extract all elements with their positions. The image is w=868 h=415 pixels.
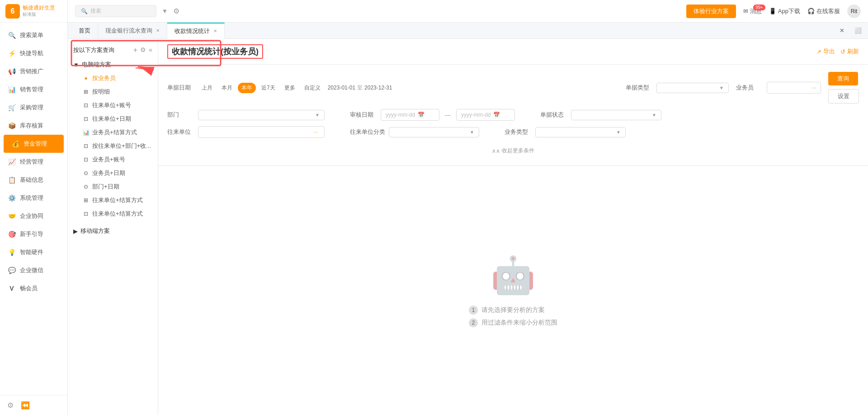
biz-type-select[interactable]: ▼ xyxy=(535,127,626,137)
review-end-input[interactable]: yyyy-mm-dd 📅 xyxy=(456,109,515,121)
partner-cat-chevron: ▼ xyxy=(470,130,474,135)
trial-button[interactable]: 体验行业方案 xyxy=(686,5,736,18)
member-icon: V xyxy=(7,284,16,293)
sidebar-item-operations[interactable]: 📈 经营管理 xyxy=(0,153,67,171)
sidebar-item-finance[interactable]: 💰 资金管理 xyxy=(4,135,64,153)
partner-category-select[interactable]: ▼ xyxy=(389,127,479,137)
mobile-group-title[interactable]: ▶ 移动端方案 xyxy=(68,224,158,238)
scheme-settings-icon[interactable]: ⚙ xyxy=(140,46,146,54)
scheme-item-salesman-date[interactable]: ⊙ 业务员+日期 xyxy=(68,166,158,180)
date-btn-more[interactable]: 更多 xyxy=(281,83,299,93)
date-btn-lastmonth[interactable]: 上月 xyxy=(198,83,216,93)
sidebar-item-search[interactable]: 🔍 搜索菜单 xyxy=(0,26,67,44)
partner-account-icon: ⊡ xyxy=(82,102,90,109)
topbar: 🔍 搜索 ▼ ⚙ 体验行业方案 ✉ 消息 99+ 📱 App下载 🎧 在线客服 … xyxy=(68,0,868,23)
scheme-item-partner-account[interactable]: ⊡ 往来单位+账号 xyxy=(68,99,158,112)
dept-select[interactable]: ▼ xyxy=(198,110,325,120)
tab-home[interactable]: 首页 xyxy=(71,23,98,39)
scheme-item-detail[interactable]: ⊞ 按明细 xyxy=(68,85,158,99)
doc-status-select[interactable]: ▼ xyxy=(571,110,661,120)
scheme-item-partner-date[interactable]: ⊡ 往来单位+日期 xyxy=(68,112,158,126)
sidebar-item-hardware[interactable]: 💡 智能硬件 xyxy=(0,243,67,261)
scheme-collapse-icon[interactable]: « xyxy=(149,46,152,54)
tab-collection-stats[interactable]: 收款情况统计 ✕ xyxy=(167,23,225,39)
topbar-right: 体验行业方案 ✉ 消息 99+ 📱 App下载 🎧 在线客服 Rit xyxy=(686,5,861,18)
scheme-item-partner-settle1[interactable]: ⊞ 往来单位+结算方式 xyxy=(68,193,158,207)
online-service-link[interactable]: 🎧 在线客服 xyxy=(807,7,840,15)
query-buttons-area: 查询 设置 xyxy=(828,72,859,104)
settings-icon[interactable]: ⚙ xyxy=(7,401,14,410)
sidebar-item-wechat[interactable]: 💬 企业微信 xyxy=(0,261,67,279)
finance-icon: 💰 xyxy=(11,139,20,148)
system-icon: ⚙️ xyxy=(7,193,16,203)
tab-bank-flow-close[interactable]: ✕ xyxy=(156,28,160,33)
collab-icon: 🤝 xyxy=(7,212,16,221)
left-scheme-panel: 按以下方案查询 + ⚙ « ▼ 电脑端方案 ● 按业务员 ⊞ xyxy=(68,39,158,415)
topbar-dropdown-icon[interactable]: ▼ xyxy=(162,8,168,14)
active-scheme-icon: ● xyxy=(82,75,90,82)
scheme-header: 按以下方案查询 + ⚙ « xyxy=(68,44,158,58)
logo-text: 畅捷通好生意 xyxy=(23,5,55,11)
date-btn-thisyear[interactable]: 本年 xyxy=(238,83,256,93)
window-close-btn[interactable]: ✕ xyxy=(835,24,848,37)
date-btn-thismonth[interactable]: 本月 xyxy=(218,83,236,93)
user-avatar[interactable]: Rit xyxy=(847,5,861,18)
sidebar-item-system[interactable]: ⚙️ 系统管理 xyxy=(0,189,67,207)
desktop-group-title[interactable]: ▼ 电脑端方案 xyxy=(68,58,158,71)
date-btn-custom[interactable]: 自定义 xyxy=(301,83,324,93)
scheme-item-salesman-account[interactable]: ⊡ 业务员+账号 xyxy=(68,153,158,166)
sidebar-item-sales[interactable]: 📊 销售管理 xyxy=(0,80,67,99)
topbar-gear-icon[interactable]: ⚙ xyxy=(173,7,179,15)
partner-select[interactable]: ··· xyxy=(198,126,325,138)
tabs-window-controls: ✕ ⬜ xyxy=(835,24,864,37)
sidebar-item-marketing[interactable]: 📢 营销推广 xyxy=(0,62,67,80)
review-start-input[interactable]: yyyy-mm-dd 📅 xyxy=(381,109,439,121)
partner-more-btn[interactable]: ··· xyxy=(313,129,318,135)
salesman-more-btn[interactable]: ··· xyxy=(811,85,816,91)
collapse-filter-button[interactable]: ∧∧ 收起更多条件 xyxy=(167,143,859,158)
filter-settings-button[interactable]: 设置 xyxy=(828,89,859,104)
tab-collection-stats-close[interactable]: ✕ xyxy=(213,28,217,33)
scheme-add-icon[interactable]: + xyxy=(133,46,137,54)
topbar-search-box[interactable]: 🔍 搜索 xyxy=(75,5,156,17)
doc-type-select[interactable]: ▼ xyxy=(656,83,729,93)
sidebar-item-quicknav[interactable]: ⚡ 快捷导航 xyxy=(0,44,67,62)
sidebar-item-guide[interactable]: 🎯 新手引导 xyxy=(0,225,67,243)
scheme-item-partner-settle2[interactable]: ⊡ 往来单位+结算方式 xyxy=(68,207,158,221)
date-btn-7days[interactable]: 近7天 xyxy=(258,83,279,93)
date-filter-item: 单据日期 上月 本月 本年 近7天 更多 自定义 2023-01-01 至 xyxy=(167,83,392,93)
tab-bank-flow[interactable]: 现金银行流水查询 ✕ xyxy=(98,23,167,39)
page-header-actions: ↗ 导出 ↺ 刷新 xyxy=(816,47,859,56)
sidebar-item-inventory[interactable]: 📦 库存核算 xyxy=(0,117,67,135)
collapse-icon[interactable]: ⏪ xyxy=(21,401,30,410)
sidebar-item-purchase[interactable]: 🛒 采购管理 xyxy=(0,99,67,117)
scheme-item-salesman-settle[interactable]: 📊 业务员+结算方式 xyxy=(68,126,158,139)
calendar-icon-start: 📅 xyxy=(418,112,425,118)
scheme-item-salesman[interactable]: ● 按业务员 xyxy=(68,71,158,85)
hardware-icon: 💡 xyxy=(7,248,16,257)
scheme-item-partner-dept[interactable]: ⊡ 按往来单位+部门+收... xyxy=(68,139,158,153)
sidebar-nav: 🔍 搜索菜单 ⚡ 快捷导航 📢 营销推广 📊 销售管理 🛒 采购管理 📦 库存核… xyxy=(0,23,67,395)
date-quick-buttons: 上月 本月 本年 近7天 更多 自定义 xyxy=(198,83,324,93)
export-button[interactable]: ↗ 导出 xyxy=(816,47,835,56)
salesman-select[interactable]: ··· xyxy=(767,82,821,94)
message-count-badge: 99+ xyxy=(753,5,765,10)
partner-settle1-icon: ⊞ xyxy=(82,197,90,204)
query-button[interactable]: 查询 xyxy=(828,72,858,85)
window-maximize-btn[interactable]: ⬜ xyxy=(852,24,864,37)
sidebar-item-member[interactable]: V 畅会员 xyxy=(0,279,67,297)
dept-chevron: ▼ xyxy=(315,113,320,118)
purchase-icon: 🛒 xyxy=(7,103,16,112)
app-download-link[interactable]: 📱 App下载 xyxy=(769,7,800,15)
sidebar: 6 畅捷通好生意 标准版 🔍 搜索菜单 ⚡ 快捷导航 📢 营销推广 📊 销售管理… xyxy=(0,0,68,415)
sidebar-item-basic-info[interactable]: 📋 基础信息 xyxy=(0,171,67,189)
sidebar-item-collab[interactable]: 🤝 企业协同 xyxy=(0,207,67,225)
filter-row-2: 部门 ▼ 审核日期 yyyy-mm-dd 📅 — xyxy=(167,109,859,121)
refresh-button[interactable]: ↺ 刷新 xyxy=(840,47,859,56)
tab-bar: 首页 现金银行流水查询 ✕ 收款情况统计 ✕ ✕ ⬜ xyxy=(68,23,868,39)
scheme-item-dept-date[interactable]: ⊙ 部门+日期 xyxy=(68,180,158,193)
message-button[interactable]: ✉ 消息 99+ xyxy=(743,7,762,15)
tip-item-1: 1 请先选择要分析的方案 xyxy=(469,306,557,315)
partner-filter: 往来单位 ··· xyxy=(167,126,325,138)
partner-label: 往来单位 xyxy=(167,128,194,136)
